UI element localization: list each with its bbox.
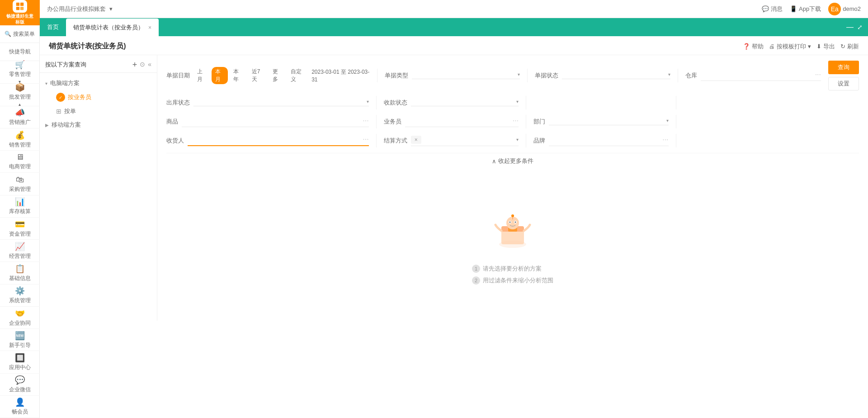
sidebar-item-operation[interactable]: 📈 经营管理 — [0, 240, 40, 262]
retail-icon: 🛒 — [15, 60, 25, 70]
scheme-group-pc[interactable]: ▾ 电脑端方案 — [40, 76, 157, 90]
outstatus-arrow-icon: ▾ — [367, 99, 369, 104]
collapse-btn[interactable]: ∧ 收起更多条件 — [492, 157, 533, 165]
tab-minimize-icon[interactable]: — — [846, 23, 854, 31]
date-range-display: 2023-03-01 至 2023-03-31 — [311, 68, 369, 83]
tab-sales-stat[interactable]: 销货单统计表（按业务员） × — [66, 19, 159, 37]
settings-btn[interactable]: 设置 — [828, 77, 859, 90]
date-btn-more[interactable]: 更多 — [269, 67, 285, 84]
divider-9 — [676, 115, 676, 128]
divider-6 — [676, 96, 676, 109]
help-btn[interactable]: ❓ 帮助 — [743, 43, 764, 51]
sidebar-item-ecommerce[interactable]: 🖥 电商管理 — [0, 151, 40, 173]
sidebar-item-guide[interactable]: 🆕 新手引导 — [0, 329, 40, 351]
docstatus-select-area[interactable]: ▾ — [562, 72, 670, 79]
page-title: 销货单统计表(按业务员) — [49, 42, 126, 51]
brand-input[interactable]: ··· — [549, 136, 668, 146]
scheme-sub-pc: ✓ 按业务员 ⊞ 按单 — [40, 90, 157, 118]
scheme-group-mobile[interactable]: ▶ 移动端方案 — [40, 118, 157, 132]
app-download-btn[interactable]: 📱 App下载 — [790, 5, 821, 13]
system-icon: ⚙️ — [15, 286, 25, 296]
search-menu-btn[interactable]: 🔍 搜索菜单 — [0, 25, 40, 43]
warehouse-label: 仓库 — [685, 71, 697, 80]
sales-label: 销售管理 — [9, 141, 31, 149]
sidebar-item-member[interactable]: 👤 畅会员 — [0, 396, 40, 418]
settlement-tag-close[interactable]: × — [415, 137, 418, 143]
department-select[interactable]: ▾ — [549, 118, 668, 125]
marketing-label: 营销推广 — [9, 119, 31, 126]
tab-maximize-icon[interactable]: ⤢ — [857, 24, 863, 31]
scheme-byorder-label: 按单 — [64, 107, 76, 115]
top-header: 办公用品行业模拟账套 ▾ 💬 消息 📱 App下载 Ea demo2 — [40, 0, 868, 18]
salesperson-label: 业务员 — [384, 118, 401, 126]
tab-home[interactable]: 首页 — [40, 18, 66, 36]
refresh-btn[interactable]: ↻ 刷新 — [840, 43, 859, 51]
query-btn[interactable]: 查询 — [828, 61, 859, 74]
scheme-item-salesperson[interactable]: ✓ 按业务员 — [51, 90, 157, 104]
finance-label: 资金管理 — [9, 230, 31, 238]
scheme-title: 按以下方案查询 — [45, 61, 129, 69]
date-btn-thismonth[interactable]: 本月 — [212, 67, 228, 84]
date-btn-custom[interactable]: 自定义 — [287, 67, 308, 84]
template-print-btn[interactable]: 🖨 按模板打印 ▾ — [769, 43, 811, 51]
scheme-header: 按以下方案查询 + ⊙ « — [40, 59, 157, 73]
quick-nav-btn[interactable]: 快捷导航 — [0, 43, 40, 61]
goods-input[interactable]: ··· — [182, 117, 369, 127]
date-range-text: 2023-03-01 至 2023-03-31 — [311, 69, 369, 83]
logo-sub: 标版 — [15, 19, 24, 25]
divider-5 — [526, 96, 526, 109]
sidebar-item-marketing[interactable]: 📣 营销推广 — [0, 106, 40, 128]
salesperson-dots-icon: ··· — [513, 117, 519, 125]
filter-outstatus-cell: 出库状态 ▾ — [166, 99, 369, 107]
date-btn-7days[interactable]: 近7天 — [248, 67, 267, 84]
scheme-item-byorder[interactable]: ⊞ 按单 — [51, 104, 157, 118]
goods-dots-icon: ··· — [363, 117, 368, 125]
tab-right-buttons: — ⤢ — [846, 23, 868, 31]
search-icon: 🔍 — [5, 31, 11, 37]
divider-1 — [377, 69, 377, 82]
goods-label: 商品 — [166, 118, 178, 126]
basic-icon: 📋 — [15, 264, 25, 274]
date-btn-thisyear[interactable]: 本年 — [230, 67, 246, 84]
ecommerce-label: 电商管理 — [9, 163, 31, 171]
filter-row-4: 收货人 ··· 结算方式 × — [166, 134, 859, 147]
sidebar-item-sales[interactable]: 💰 销售管理 — [0, 128, 40, 151]
sidebar-item-corp[interactable]: 🤝 企业协同 — [0, 307, 40, 329]
sidebar-item-apps[interactable]: 🔲 应用中心 — [0, 351, 40, 373]
scheme-collapse-btn[interactable]: « — [148, 61, 151, 69]
date-btn-lastmonth[interactable]: 上月 — [193, 67, 210, 84]
purchase-label: 采购管理 — [9, 185, 31, 193]
message-btn[interactable]: 💬 消息 — [762, 5, 783, 13]
doctype-select-area[interactable]: ▾ — [412, 72, 520, 79]
scheme-add-btn[interactable]: + — [132, 61, 137, 69]
user-area[interactable]: Ea demo2 — [828, 3, 861, 15]
sidebar-item-finance[interactable]: 💳 资金管理 — [0, 218, 40, 240]
outstatus-select[interactable]: ▾ — [193, 99, 369, 106]
scheme-edit-btn[interactable]: ⊙ — [140, 61, 145, 69]
sidebar-item-system[interactable]: ⚙️ 系统管理 — [0, 285, 40, 307]
wechat-icon: 💬 — [15, 375, 25, 385]
tab-bar: 首页 销货单统计表（按业务员） × — ⤢ — [40, 18, 868, 36]
sidebar-item-retail[interactable]: 🛒 零售管理 ▾ — [0, 61, 40, 84]
wholesale-label: 批发管理 — [9, 93, 31, 101]
inventory-label: 库存核算 — [9, 208, 31, 215]
refresh-label: 刷新 — [847, 43, 859, 51]
search-menu-label: 搜索菜单 — [13, 30, 35, 38]
sidebar-item-inventory[interactable]: 📊 库存核算 — [0, 195, 40, 218]
docstatus-arrow-icon: ▾ — [668, 72, 670, 77]
filter-receiver-cell: 收货人 ··· — [166, 135, 369, 146]
export-btn[interactable]: ⬇ 导出 — [816, 43, 835, 51]
salesperson-input[interactable]: ··· — [405, 117, 519, 127]
sidebar-item-wechat[interactable]: 💬 企业微信 — [0, 374, 40, 396]
settlement-tag: × — [411, 136, 421, 144]
tab-close-icon[interactable]: × — [148, 24, 151, 31]
receiver-input[interactable]: ··· — [188, 135, 369, 146]
sidebar-item-purchase[interactable]: 🛍 采购管理 — [0, 173, 40, 195]
collapse-icon: ∧ — [492, 158, 496, 165]
tip-item-2: 2 用过滤条件来缩小分析范围 — [472, 276, 553, 285]
paymentstatus-select[interactable]: ▾ — [411, 99, 519, 106]
sidebar-item-wholesale[interactable]: 📦 批发管理 ▴ — [0, 84, 40, 106]
sidebar-item-basic[interactable]: 📋 基础信息 — [0, 262, 40, 284]
page-title-actions: ❓ 帮助 🖨 按模板打印 ▾ ⬇ 导出 ↻ 刷新 — [743, 43, 859, 51]
warehouse-input-area[interactable]: ··· — [701, 71, 821, 81]
